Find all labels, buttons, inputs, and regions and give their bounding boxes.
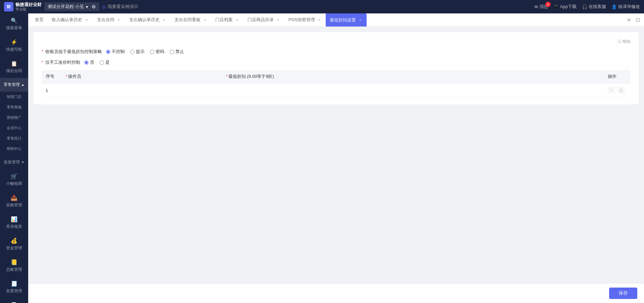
sidebar-item-ledger-label: 总账管理 [6, 267, 22, 272]
message-button[interactable]: ✉ 消息 8 [534, 4, 548, 10]
radio-yes[interactable]: 是 [100, 59, 110, 65]
tab-payment-board[interactable]: 支出合同看板 × [170, 13, 211, 27]
sidebar-item-invoice[interactable]: 🧾 发票管理 [0, 276, 28, 298]
sidebar-item-project[interactable]: 📋 项目合同 [0, 56, 28, 78]
table-header-row: 序号 *操作员 *最低折扣 (9.00等于9折) 操作 [42, 70, 631, 83]
sidebar-item-retail-mall[interactable]: 零售商城 [0, 102, 28, 112]
sidebar-item-search-label: 搜索菜单 [6, 25, 22, 31]
sidebar-item-help[interactable]: 帮助中心 [0, 144, 28, 154]
tab-close-button[interactable]: ✕ [625, 16, 632, 24]
demo-link-text: 我要看实例演示 [108, 4, 138, 10]
sidebar-item-tax[interactable]: 📑 税务管理 [0, 298, 28, 303]
sidebar-item-smart-store[interactable]: 智营门店 [0, 92, 28, 102]
help-label: 帮助 [623, 39, 631, 45]
table-row: 1 ✎ 🗑 [42, 83, 631, 98]
radio-no-control-label: 不控制 [112, 49, 125, 55]
app-download-button[interactable]: 📱 App下载 [553, 4, 577, 10]
avatar-icon: 👤 [611, 4, 617, 9]
edition-label: 专业版 [15, 7, 42, 11]
sidebar-item-retail-stat[interactable]: 零售统计 [0, 133, 28, 144]
radio-forbid[interactable]: 禁止 [170, 49, 184, 55]
delete-icon-button[interactable]: 🗑 [617, 87, 625, 94]
sidebar-item-ledger[interactable]: 📒 总账管理 [0, 255, 28, 276]
radio-yes-input[interactable] [100, 60, 104, 65]
radio-remind[interactable]: 提示 [130, 49, 145, 55]
tab-income-confirm[interactable]: 收入确认单历史 × [48, 13, 93, 27]
logo-text: 畅捷通好业财 专业版 [15, 2, 42, 12]
sidebar-item-purchase-label: 采购管理 [6, 202, 22, 208]
tab-store-file[interactable]: 门店档案 × [211, 13, 244, 27]
dot-icon: ◎ [102, 4, 106, 9]
help-link[interactable]: ⓘ 帮助 [618, 39, 631, 45]
tab-min-discount-close[interactable]: × [358, 18, 363, 22]
radio-password-input[interactable] [150, 50, 154, 54]
tab-store-file-close[interactable]: × [235, 17, 239, 22]
message-icon: ✉ [534, 4, 538, 9]
sidebar-item-inventory[interactable]: 📊 库存核算 [0, 212, 28, 234]
tab-payment-contract[interactable]: 支出合同 × [93, 13, 125, 27]
sidebar-item-search[interactable]: 🔍 搜索菜单 [0, 13, 28, 35]
sidebar-item-finance[interactable]: 💰 资金管理 [0, 234, 28, 255]
save-button[interactable]: 保存 [609, 288, 637, 299]
radio-no-input[interactable] [84, 60, 89, 65]
radio-remind-input[interactable] [130, 50, 135, 54]
sidebar-item-retail[interactable]: 零售管理 ▲ [0, 78, 28, 92]
top-bar: 财 畅捷通好业财 专业版 测试分开花程·小兄 ▾ ⚙ ◎ 我要看实例演示 ✉ 消… [0, 0, 644, 13]
th-operator: *操作员 [62, 70, 222, 83]
sidebar-item-batch[interactable]: 批发管理 ▼ [0, 155, 28, 169]
sidebar-item-marketing-label: 营销推广 [7, 115, 21, 120]
tab-pos-password-close[interactable]: × [317, 17, 322, 22]
content-area: 首页 收入确认单历史 × 支出合同 × 支出确认单历史 × 支出合同看板 × 门… [28, 13, 644, 303]
tab-min-discount[interactable]: 最低折扣设置 × [326, 13, 367, 27]
radio-password[interactable]: 密码 [150, 49, 164, 55]
download-icon: 📱 [553, 4, 559, 9]
project-selector[interactable]: 测试分开花程·小兄 ▾ ⚙ [44, 2, 99, 11]
sidebar-item-finance-label: 资金管理 [6, 245, 22, 251]
sidebar-item-purchase[interactable]: 📥 采购管理 [0, 191, 28, 212]
finance-icon: 💰 [11, 238, 17, 244]
tab-payment-confirm-close[interactable]: × [162, 17, 166, 22]
tab-income-confirm-close[interactable]: × [84, 17, 89, 22]
sidebar: 🔍 搜索菜单 ⚡ 快捷导航 📋 项目合同 零售管理 ▲ 智营门店 零售商城 营销… [0, 13, 28, 303]
logo-icon: 财 [4, 2, 13, 11]
manual-price-radio-group: 否 是 [84, 59, 110, 65]
radio-forbid-input[interactable] [170, 50, 174, 54]
tab-payment-contract-close[interactable]: × [116, 17, 121, 22]
sidebar-item-shortcut[interactable]: ⚡ 快捷导航 [0, 35, 28, 56]
demo-link[interactable]: ◎ 我要看实例演示 [102, 4, 138, 10]
ledger-icon: 📒 [11, 259, 17, 265]
sidebar-item-shortcut-label: 快捷导航 [6, 47, 22, 52]
tab-payment-board-close[interactable]: × [203, 17, 207, 22]
tab-pos-password[interactable]: POS加密管理 × [284, 13, 326, 27]
page-content: ⓘ 帮助 * 收银员低于最低折扣控制策略 不控制 [28, 27, 644, 283]
tab-store-products-close[interactable]: × [276, 17, 280, 22]
radio-no-control-input[interactable] [106, 50, 110, 54]
edit-icon-button[interactable]: ✎ [608, 87, 615, 94]
tab-payment-board-label: 支出合同看板 [174, 17, 201, 23]
discount-table-container: 序号 *操作员 *最低折扣 (9.00等于9折) 操作 [42, 70, 631, 98]
user-button[interactable]: 👤 徐泽华修改 [611, 4, 640, 10]
tab-store-file-label: 门店档案 [215, 17, 233, 23]
tab-home[interactable]: 首页 [31, 13, 48, 27]
sidebar-item-member-label: 会员中心 [7, 125, 21, 131]
sidebar-item-marketing[interactable]: 营销推广 [0, 112, 28, 123]
sidebar-item-ecommerce[interactable]: 🛒 小畅电商 [0, 169, 28, 191]
logo-area: 财 畅捷通好业财 专业版 [4, 2, 42, 12]
sidebar-item-batch-label: 批发管理 [4, 159, 20, 165]
tab-store-products[interactable]: 门店商品目录 × [244, 13, 284, 27]
online-service-button[interactable]: 🎧 在线客服 [582, 4, 606, 10]
settings-icon[interactable]: ⚙ [92, 4, 96, 9]
radio-no[interactable]: 否 [84, 59, 94, 65]
project-name: 测试分开花程·小兄 [48, 4, 84, 10]
radio-no-control[interactable]: 不控制 [106, 49, 125, 55]
manual-price-required: * [42, 60, 43, 65]
cashier-policy-label: * 收银员低于最低折扣控制策略 [42, 49, 102, 55]
tab-maximize-button[interactable]: ⊡ [634, 16, 641, 24]
sidebar-item-member[interactable]: 会员中心 [0, 123, 28, 133]
manual-price-row: * 仅手工改价时控制 否 是 [42, 59, 631, 65]
tab-income-confirm-label: 收入确认单历史 [52, 17, 82, 23]
cell-operator [62, 83, 222, 98]
tab-payment-confirm[interactable]: 支出确认单历史 × [125, 13, 170, 27]
online-service-label: 在线客服 [589, 4, 606, 10]
cell-action: ✎ 🗑 [604, 83, 631, 98]
